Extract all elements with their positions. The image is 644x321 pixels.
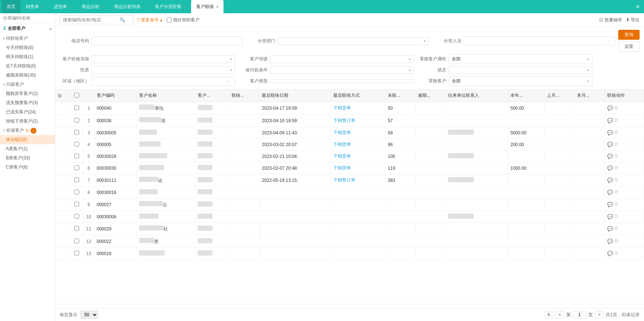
row-checkbox[interactable] — [74, 214, 79, 219]
retail-attr-select[interactable]: 全部 ▾ — [448, 54, 592, 64]
tab-product-analysis-list-close[interactable]: × — [143, 5, 145, 9]
manager-select[interactable]: ··· — [464, 36, 615, 45]
contact-icon[interactable]: 💬 — [607, 190, 613, 195]
checkbox-cell[interactable] — [70, 235, 83, 248]
sidebar-item-tomorrow[interactable]: 明天待联络(1) — [0, 52, 55, 61]
contact-icon[interactable]: 💬 — [607, 154, 613, 159]
row-checkbox[interactable] — [74, 154, 79, 158]
tab-home[interactable]: 首页 — [1, 0, 21, 13]
contact-icon[interactable]: 💬 — [607, 214, 613, 219]
row-checkbox[interactable] — [74, 190, 79, 194]
more-icon[interactable]: ⠿ — [615, 130, 618, 135]
sidebar-item-lost[interactable]: 已流失客户(24) — [0, 107, 55, 117]
checkbox-cell[interactable] — [70, 198, 83, 211]
sidebar-item-hoard-abnormal[interactable]: 囤购异常客户(2) — [0, 89, 55, 98]
last-type-link[interactable]: 下销售订单 — [333, 177, 355, 183]
my-customers-filter[interactable]: 我分管的客户 — [167, 17, 200, 23]
row-checkbox[interactable] — [74, 130, 79, 135]
status-select[interactable]: ▾ — [448, 66, 592, 74]
more-icon[interactable]: ⠿ — [615, 226, 618, 232]
contact-icon[interactable]: 💬 — [607, 105, 613, 111]
contact-icon[interactable]: 💬 — [607, 118, 613, 123]
tab-purchase[interactable]: 进货单 × — [49, 0, 77, 13]
more-icon[interactable]: ⠿ — [615, 105, 618, 111]
refresh-icon[interactable]: ↻ — [25, 128, 29, 133]
contact-icon[interactable]: 💬 — [607, 202, 613, 207]
horizontal-scrollbar[interactable] — [55, 304, 644, 308]
dept-select[interactable]: ▾ — [278, 37, 429, 45]
customer-type-select[interactable] — [270, 80, 414, 83]
sidebar-item-ungroup[interactable]: 未分组(32) — [0, 135, 55, 144]
row-checkbox[interactable] — [74, 202, 79, 207]
my-customers-checkbox[interactable] — [167, 18, 172, 22]
contact-icon[interactable]: 💬 — [607, 239, 613, 244]
more-icon[interactable]: ⠿ — [615, 239, 618, 244]
tab-customer-contact[interactable]: 客户联络 × — [191, 0, 224, 13]
value-customers-label[interactable]: 价值客户 — [6, 127, 24, 134]
contact-icon[interactable]: 💬 — [607, 177, 613, 183]
more-icon[interactable]: ⠿ — [615, 190, 618, 195]
sidebar-item-overdue[interactable]: 逾期未联络(30) — [0, 71, 55, 80]
checkbox-cell[interactable] — [70, 127, 83, 139]
sidebar-item-group-c[interactable]: C类客户(6) — [0, 163, 55, 172]
row-checkbox[interactable] — [74, 251, 79, 255]
more-icon[interactable]: ⠿ — [615, 142, 618, 147]
row-checkbox[interactable] — [74, 105, 79, 110]
tab-product-analysis-list[interactable]: 商品分析列表 × — [109, 0, 150, 13]
sidebar-item-today[interactable]: 今天待联络(0) — [0, 43, 55, 52]
checkbox-cell[interactable] — [70, 211, 83, 223]
row-checkbox[interactable] — [74, 226, 79, 231]
tab-customer-segment-close[interactable]: × — [184, 5, 186, 9]
contact-icon[interactable]: 💬 — [607, 165, 613, 171]
phone-input[interactable] — [91, 36, 243, 45]
more-icon[interactable]: ⠿ — [615, 165, 618, 171]
checkbox-col-header[interactable] — [70, 89, 83, 102]
sidebar-item-group-a[interactable]: A类客户(1) — [0, 144, 55, 154]
sidebar-item-churn-warning[interactable]: 流失预警客户(3) — [0, 98, 55, 107]
tab-sales[interactable]: 销售单 × — [21, 0, 49, 13]
tab-sales-close[interactable]: × — [41, 5, 43, 9]
checkbox-cell[interactable] — [70, 162, 83, 174]
checkbox-cell[interactable] — [70, 174, 83, 187]
checkbox-cell[interactable] — [70, 139, 83, 151]
last-type-link[interactable]: 下销售订单 — [333, 118, 355, 123]
region-select[interactable]: ··· — [91, 77, 235, 86]
first-page-btn[interactable]: K — [545, 311, 553, 318]
sidebar-item-declining[interactable]: 持续下滑客户(2) — [0, 117, 55, 126]
checkbox-cell[interactable] — [70, 187, 83, 198]
checkbox-cell[interactable] — [70, 102, 83, 114]
collapse-icon[interactable]: « — [49, 26, 52, 32]
contact-icon[interactable]: 💬 — [607, 251, 613, 256]
contact-icon[interactable]: 💬 — [607, 130, 613, 135]
row-checkbox[interactable] — [74, 118, 79, 123]
more-icon[interactable]: ⠿ — [615, 177, 618, 183]
price-level-select[interactable]: ▾ — [91, 55, 235, 63]
tab-customer-contact-close[interactable]: × — [216, 5, 218, 9]
contact-icon[interactable]: 💬 — [607, 226, 613, 232]
pending-contact-group[interactable]: 待联络客户 — [0, 34, 55, 43]
sidebar-item-group-b[interactable]: B类客户(33) — [0, 154, 55, 163]
tab-product-analysis[interactable]: 商品分析 × — [77, 0, 109, 13]
next-page-btn[interactable]: > — [595, 311, 603, 318]
row-checkbox[interactable] — [74, 142, 79, 147]
more-conditions-btn[interactable]: ▽ 更多条件 ▲ — [137, 17, 163, 23]
contact-icon[interactable]: 💬 — [607, 142, 613, 147]
batch-op-btn[interactable]: ☑ 批量操作 — [599, 17, 622, 23]
row-checkbox[interactable] — [74, 239, 79, 243]
payment-select[interactable]: ▾ — [270, 66, 414, 74]
sidebar-item-7days[interactable]: 近7天待联络(0) — [0, 61, 55, 71]
tab-purchase-close[interactable]: × — [69, 5, 71, 9]
row-checkbox[interactable] — [74, 165, 79, 170]
tab-customer-segment[interactable]: 客户分层经客 × — [150, 0, 191, 13]
checkbox-cell[interactable] — [70, 151, 83, 162]
last-type-link[interactable]: 下销货单 — [333, 154, 351, 159]
more-icon[interactable]: ⠿ — [615, 154, 618, 159]
more-icon[interactable]: ⠿ — [615, 214, 618, 219]
select-all-checkbox[interactable] — [74, 93, 79, 98]
last-type-link[interactable]: 下销货单 — [333, 130, 351, 135]
all-customers-header[interactable]: ⠿ 全部客户 « — [0, 23, 55, 34]
tab-product-analysis-close[interactable]: × — [102, 5, 104, 9]
export-btn[interactable]: ⬆ 导出 — [626, 17, 640, 23]
page-number-input[interactable] — [573, 311, 586, 318]
reset-button[interactable]: 设置 — [618, 41, 640, 52]
